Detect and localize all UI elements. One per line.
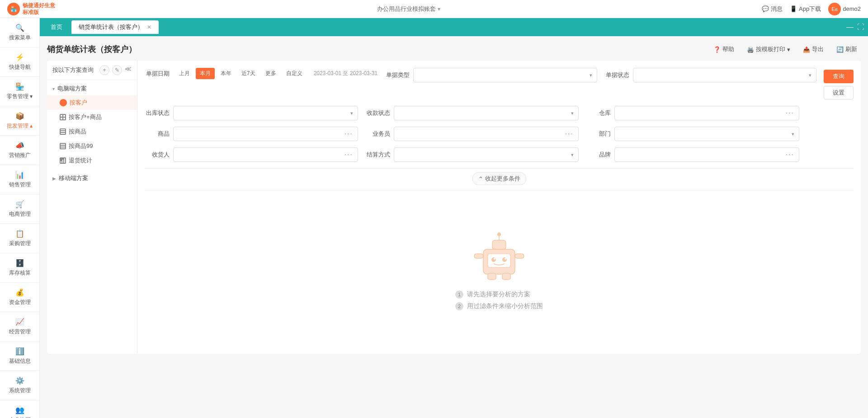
salesperson-select[interactable]: ···	[394, 127, 579, 141]
settings-button[interactable]: 设置	[824, 86, 854, 100]
bill-status-label: 单据状态	[604, 71, 629, 79]
receipt-status-select[interactable]: ▾	[394, 106, 579, 120]
filter-panel: 单据日期 上月 本月 本年 近7天 更多 自定义 2023-03-01 至 20…	[137, 61, 861, 354]
query-button[interactable]: 查询	[824, 70, 854, 83]
filter-action-buttons: 查询 设置	[824, 68, 854, 100]
brand-select[interactable]: ···	[614, 147, 799, 162]
sidebar-item-sales[interactable]: 📊 销售管理	[0, 165, 39, 195]
sidebar-item-basic[interactable]: ℹ️ 基础信息	[0, 342, 39, 371]
sidebar-item-wholesale[interactable]: 📦 批发管理 ▴	[0, 106, 39, 136]
print-arrow[interactable]: ▾	[787, 46, 790, 53]
top-bar-left: 🏪 畅捷通好生意 标准版	[7, 2, 55, 15]
out-status-select[interactable]: ▾	[173, 106, 358, 120]
scheme-item-by-goods[interactable]: 按商品	[47, 124, 137, 139]
sidebar-item-quick-nav[interactable]: ⚡ 快捷导航	[0, 48, 39, 77]
sidebar-item-operation[interactable]: 📈 经营管理	[0, 312, 39, 342]
workspace-title: 办公用品行业模拟账套	[377, 5, 436, 13]
goods-dots[interactable]: ···	[344, 130, 353, 138]
main-panel: 按以下方案查询 + ✎ ≪ ▾ 电脑端方案	[47, 61, 861, 354]
user-menu-button[interactable]: Ea demo2	[828, 3, 861, 15]
svg-rect-22	[474, 254, 483, 258]
settlement-arrow: ▾	[571, 152, 574, 158]
date-btn-last-7[interactable]: 近7天	[237, 68, 259, 79]
scheme-edit-button[interactable]: ✎	[112, 65, 122, 75]
bill-type-arrow: ▾	[590, 72, 592, 78]
settlement-label: 结算方式	[365, 151, 390, 159]
date-btn-this-year[interactable]: 本年	[217, 68, 236, 79]
tab-home[interactable]: 首页	[43, 20, 70, 34]
bill-status-select[interactable]: ▾	[633, 68, 816, 82]
scheme-item-by-customer[interactable]: 按客户	[47, 95, 137, 110]
bill-type-label: 单据类型	[385, 71, 410, 79]
system-icon: ⚙️	[15, 376, 24, 385]
svg-point-16	[502, 257, 507, 262]
help-icon: ❓	[713, 46, 721, 53]
collapse-button[interactable]: ⌃ 收起更多条件	[472, 172, 526, 185]
scheme-mobile-arrow: ▶	[52, 176, 56, 181]
warehouse-label: 仓库	[586, 109, 611, 117]
minimize-button[interactable]: —	[846, 23, 854, 31]
bill-type-select[interactable]: ▾	[413, 68, 597, 82]
goods-select[interactable]: ···	[173, 127, 358, 141]
tab-sales-stat[interactable]: 销货单统计表（按客户） ✕	[71, 20, 159, 34]
svg-rect-23	[515, 254, 524, 258]
quick-nav-icon: ⚡	[15, 53, 24, 62]
scheme-collapse-button[interactable]: ≪	[125, 65, 132, 75]
inventory-icon: 🗄️	[15, 259, 24, 267]
page-actions: ❓ 帮助 🖨️ 按模板打印 ▾ 📤 导出 �	[710, 43, 861, 55]
sidebar-item-inventory[interactable]: 🗄️ 库存核算	[0, 253, 39, 283]
maximize-button[interactable]: ⛶	[857, 23, 864, 31]
scheme-item-by-customer-goods[interactable]: 按客户+商品	[47, 110, 137, 124]
settlement-select[interactable]: ▾	[394, 147, 579, 162]
date-btn-custom[interactable]: 自定义	[282, 68, 307, 79]
date-btn-last-month[interactable]: 上月	[175, 68, 194, 79]
svg-rect-0	[61, 115, 62, 117]
refresh-button[interactable]: 🔄 刷新	[833, 43, 861, 55]
warehouse-dots[interactable]: ···	[786, 109, 794, 117]
print-button[interactable]: 🖨️ 按模板打印 ▾	[743, 43, 794, 55]
svg-rect-2	[61, 118, 62, 119]
out-status-arrow: ▾	[350, 110, 353, 116]
salesperson-dots[interactable]: ···	[565, 130, 574, 138]
sidebar-item-retail[interactable]: 🏪 零售管理 ▾	[0, 77, 39, 106]
sidebar-item-search[interactable]: 🔍 搜索菜单	[0, 18, 39, 48]
svg-rect-9	[61, 147, 65, 148]
export-button[interactable]: 📤 导出	[799, 43, 827, 55]
scheme-desktop-group-header[interactable]: ▾ 电脑端方案	[47, 82, 137, 95]
sidebar-item-ecommerce[interactable]: 🛒 电商管理	[0, 195, 39, 224]
salesperson-label: 业务员	[365, 130, 390, 138]
help-button[interactable]: ❓ 帮助	[710, 43, 738, 55]
svg-rect-12	[64, 158, 65, 163]
svg-rect-5	[61, 131, 65, 132]
sidebar-item-finance[interactable]: 💰 资金管理	[0, 283, 39, 312]
svg-rect-1	[63, 115, 65, 117]
svg-point-15	[491, 257, 496, 262]
sidebar-item-enterprise[interactable]: 👥 企业协同	[0, 400, 39, 418]
message-button[interactable]: 💬 消息	[762, 5, 783, 13]
sidebar-item-marketing[interactable]: 📣 营销推广	[0, 136, 39, 165]
scheme-item-return-stat[interactable]: 退货统计	[47, 153, 137, 168]
date-btn-this-month[interactable]: 本月	[196, 68, 215, 79]
purchase-icon: 📋	[15, 229, 24, 238]
scheme-add-button[interactable]: +	[99, 65, 109, 75]
svg-rect-25	[502, 273, 510, 280]
workspace-dropdown-arrow[interactable]: ▾	[438, 6, 440, 12]
top-bar-right: 💬 消息 📱 App下载 Ea demo2	[762, 3, 861, 15]
sidebar-item-purchase[interactable]: 📋 采购管理	[0, 224, 39, 253]
date-range-text: 2023-03-01 至 2023-03-31	[314, 70, 377, 77]
sidebar-item-system[interactable]: ⚙️ 系统管理	[0, 371, 39, 400]
brand-dots[interactable]: ···	[786, 151, 794, 159]
scheme-item-by-goods-99[interactable]: 按商品99	[47, 139, 137, 153]
date-btn-more[interactable]: 更多	[261, 68, 280, 79]
warehouse-select[interactable]: ···	[614, 106, 799, 120]
search-icon: 🔍	[15, 24, 24, 32]
tab-close-button[interactable]: ✕	[147, 24, 151, 30]
retail-icon: 🏪	[15, 82, 24, 91]
scheme-mobile-group-header[interactable]: ▶ 移动端方案	[47, 171, 137, 185]
empty-state: 1 请先选择要分析的方案 2 用过滤条件来缩小分析范围	[145, 193, 854, 347]
empty-tip-2: 2 用过滤条件来缩小分析范围	[455, 302, 543, 310]
receiver-select[interactable]: ···	[173, 147, 358, 162]
dept-select[interactable]: ▾	[614, 127, 799, 141]
receiver-dots[interactable]: ···	[344, 151, 353, 159]
app-download-button[interactable]: 📱 App下载	[790, 5, 821, 13]
